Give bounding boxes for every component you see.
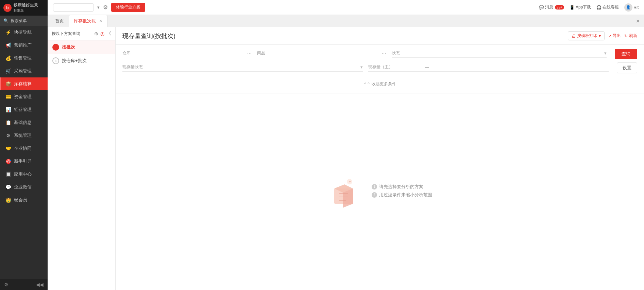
online-support-btn[interactable]: 🎧 在线客服 [596, 4, 619, 10]
topbar-right: 💬 消息 99+ 📱 App下载 🎧 在线客服 👤 Rit [539, 3, 639, 12]
filter-area: 仓库 ··· 商品 ··· 状态 ▾ 查询 [116, 45, 644, 93]
sidebar-item-label: 新手引导 [14, 158, 32, 164]
left-panel-header-icons: ⊕ ◎ 《 [94, 31, 111, 37]
content-area: 按以下方案查询 ⊕ ◎ 《 按批次 ○ 按仓库+批次 现存量查询(按批次) [48, 27, 644, 290]
guide-icon: 🎯 [5, 158, 11, 164]
filter-row-2: 现存量状态 ▾ 现存量（主） — 设置 [122, 62, 637, 73]
settings-btn[interactable]: 设置 [617, 62, 637, 73]
message-btn[interactable]: 💬 消息 99+ [539, 4, 564, 10]
left-panel-header-label: 按以下方案查询 [52, 31, 80, 37]
settings-icon[interactable]: ⚙ [4, 282, 9, 287]
sidebar-item-label: 基础信息 [14, 120, 32, 126]
stock-qty-min-input[interactable] [395, 65, 423, 70]
sidebar-item-wechat[interactable]: 💬 企业微信 [0, 181, 48, 194]
topbar-search-input[interactable] [53, 3, 94, 12]
sidebar-item-system[interactable]: ⚙ 系统管理 [0, 129, 48, 142]
main-area: ▾ ⚙ 体验行业方案 💬 消息 99+ 📱 App下载 🎧 在线客服 👤 Rit [48, 0, 644, 290]
scheme-warehouse-batch[interactable]: ○ 按仓库+批次 [48, 54, 115, 68]
scheme-batch[interactable]: 按批次 [48, 40, 115, 54]
sidebar-item-finance[interactable]: 💳 资金管理 [0, 90, 48, 103]
finance-icon: 💳 [5, 94, 11, 100]
status-chevron-icon[interactable]: ▾ [604, 51, 607, 56]
empty-tips: 1 请先选择要分析的方案 2 用过滤条件来缩小分析范围 [372, 184, 432, 200]
page-title: 现存量查询(按批次) [122, 32, 175, 40]
app-version: 标准版 [14, 8, 38, 13]
message-label: 消息 [545, 4, 553, 10]
product-filter: 商品 ··· [257, 50, 386, 58]
product-label: 商品 [257, 50, 265, 56]
refresh-btn[interactable]: ↻ 刷新 [624, 33, 637, 39]
tab-bar: 首页 库存批次账 ✕ ✕ [48, 15, 644, 27]
product-more-icon[interactable]: ··· [382, 50, 386, 56]
experience-btn[interactable]: 体验行业方案 [111, 3, 145, 12]
tab-close-icon[interactable]: ✕ [99, 19, 102, 23]
collapse-panel-icon[interactable]: 《 [106, 31, 111, 37]
query-action: 查询 [615, 49, 637, 59]
sidebar-search-label: 搜索菜单 [11, 18, 27, 24]
tip-2-text: 用过滤条件来缩小分析范围 [379, 192, 432, 198]
collapse-btn[interactable]: ⌃⌃ 收起更多条件 [363, 79, 396, 89]
query-btn[interactable]: 查询 [615, 49, 637, 59]
sidebar-item-marketing[interactable]: 📢 营销推广 [0, 39, 48, 52]
sales-icon: 💰 [5, 55, 11, 61]
status-filter[interactable]: 状态 ▾ [392, 50, 607, 58]
sidebar-item-app-center[interactable]: 🔲 应用中心 [0, 168, 48, 181]
headset-icon: 🎧 [596, 5, 601, 10]
print-dropdown-icon[interactable]: ▾ [599, 34, 601, 38]
quick-nav-icon: ⚡ [5, 29, 11, 35]
settings-gear-icon[interactable]: ⚙ [103, 4, 108, 11]
app-download-btn[interactable]: 📱 App下载 [570, 4, 591, 10]
product-input[interactable] [268, 51, 380, 56]
phone-icon: 📱 [570, 5, 575, 10]
message-badge: 99+ [555, 5, 564, 10]
scheme-settings-icon[interactable]: ◎ [100, 31, 104, 36]
tip-1-text: 请先选择要分析的方案 [379, 184, 423, 190]
stock-qty-label: 现存量（主） [368, 64, 393, 70]
topbar-dropdown-icon[interactable]: ▾ [97, 5, 100, 10]
scheme-warehouse-batch-indicator: ○ [52, 57, 59, 64]
tab-panel-close-btn[interactable]: ✕ [634, 17, 641, 25]
print-btn[interactable]: 🖨 按模板打印 ▾ [568, 31, 605, 40]
sidebar-item-basic-info[interactable]: 📋 基础信息 [0, 116, 48, 129]
warehouse-more-icon[interactable]: ··· [247, 50, 252, 56]
export-label: 导出 [613, 33, 621, 39]
sidebar-item-inventory[interactable]: 📦 库存核算 [0, 77, 48, 90]
empty-tip-1: 1 请先选择要分析的方案 [372, 184, 432, 190]
sidebar-item-purchase[interactable]: 🛒 采购管理 [0, 65, 48, 77]
user-avatar[interactable]: 👤 Rit [624, 3, 639, 12]
sidebar-search[interactable]: 🔍 搜索菜单 [0, 16, 48, 26]
stock-qty-max-input[interactable] [431, 65, 458, 70]
export-btn[interactable]: ↗ 导出 [608, 33, 621, 39]
empty-tip-2: 2 用过滤条件来缩小分析范围 [372, 192, 432, 198]
add-scheme-icon[interactable]: ⊕ [94, 31, 98, 36]
topbar: ▾ ⚙ 体验行业方案 💬 消息 99+ 📱 App下载 🎧 在线客服 👤 Rit [48, 0, 644, 15]
sidebar-item-label: 畅会员 [14, 197, 27, 203]
sidebar-item-quick-nav[interactable]: ⚡ 快捷导航 [0, 26, 48, 39]
collapse-label: 收起更多条件 [372, 81, 396, 87]
stock-qty-dash: — [425, 65, 429, 70]
stock-status-filter[interactable]: 现存量状态 ▾ [122, 64, 363, 72]
sidebar-item-operations[interactable]: 📊 经营管理 [0, 103, 48, 116]
app-logo: b [3, 4, 12, 12]
collapse-sidebar-icon[interactable]: ◀◀ [36, 282, 44, 287]
sidebar-item-label: 采购管理 [14, 68, 32, 74]
sidebar-item-sales[interactable]: 💰 销售管理 [0, 52, 48, 65]
tab-home[interactable]: 首页 [50, 15, 69, 27]
enterprise-icon: 🤝 [5, 145, 11, 151]
sidebar-item-members[interactable]: 👑 畅会员 [0, 194, 48, 206]
refresh-label: 刷新 [629, 33, 637, 39]
collapse-row: ⌃⌃ 收起更多条件 [122, 77, 637, 89]
marketing-icon: 📢 [5, 42, 11, 48]
tab-inventory-batch-label: 库存批次账 [74, 18, 96, 24]
stock-status-chevron-icon[interactable]: ▾ [360, 65, 363, 70]
right-panel: 现存量查询(按批次) 🖨 按模板打印 ▾ ↗ 导出 ↻ 刷新 [116, 27, 644, 290]
warehouse-input[interactable] [133, 51, 246, 56]
sidebar: b 畅康通好生意 标准版 🔍 搜索菜单 ⚡ 快捷导航 📢 营销推广 💰 销售管理… [0, 0, 48, 290]
wechat-icon: 💬 [5, 184, 11, 190]
empty-content: ✦ 1 请先选择要分析的方案 2 用过滤条件来缩小分析范围 [327, 175, 432, 209]
tab-inventory-batch[interactable]: 库存批次账 ✕ [69, 15, 107, 28]
sidebar-item-guide[interactable]: 🎯 新手引导 [0, 155, 48, 168]
collapse-chevron-icon: ⌃⌃ [363, 82, 370, 87]
sidebar-item-enterprise[interactable]: 🤝 企业协同 [0, 142, 48, 155]
operations-icon: 📊 [5, 107, 11, 113]
